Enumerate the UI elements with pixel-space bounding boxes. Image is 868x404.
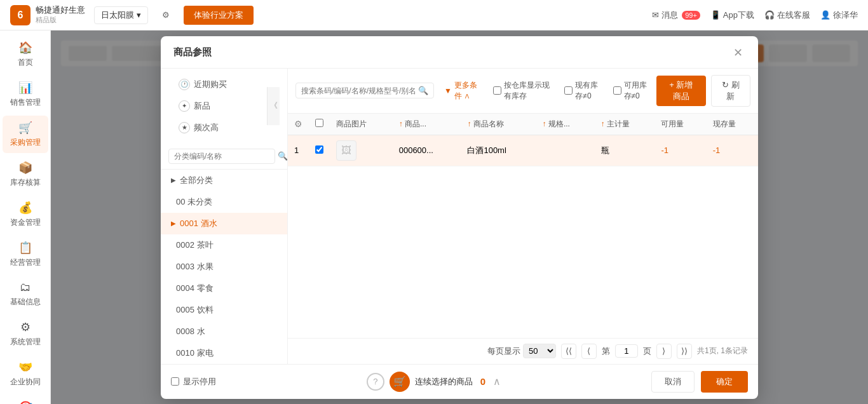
message-item[interactable]: ✉ 消息 99+ <box>652 10 700 21</box>
app-download-item[interactable]: 📱 App下载 <box>710 10 754 21</box>
modal-title: 商品参照 <box>173 46 212 58</box>
sort-up-icon: ↑ <box>399 119 403 128</box>
refresh-button[interactable]: ↻ 刷新 <box>711 75 750 107</box>
sidebar-item-collab[interactable]: 🤝 企业协同 <box>3 355 48 393</box>
cell-name: 白酒100ml <box>461 135 536 166</box>
th-unit[interactable]: ↑ 主计量 <box>595 114 655 135</box>
online-service-label: 在线客服 <box>777 10 810 21</box>
product-search-box: 🔍 <box>295 83 434 98</box>
page-size-label: 每页显示 <box>487 346 520 357</box>
th-code[interactable]: ↑ 商品... <box>393 114 461 135</box>
system-icon: ⚙ <box>20 320 31 334</box>
left-nav-new[interactable]: ✦ 新品 <box>168 95 262 117</box>
modal-right-panel: 🔍 ▼ 更多条件 ∧ 按仓库显示现有库存 <box>288 69 758 364</box>
sidebar-item-inventory[interactable]: 📦 库存核算 <box>3 156 48 193</box>
collapse-footer-icon[interactable]: ∧ <box>493 375 501 387</box>
category-beverage[interactable]: 0005 饮料 <box>161 299 287 321</box>
brand-name: 畅捷通好生意 <box>36 5 85 16</box>
filter-label: 更多条件 ∧ <box>454 80 483 102</box>
category-liquor[interactable]: ▶ 0001 酒水 <box>161 213 287 234</box>
sidebar-item-label-business: 经营管理 <box>10 257 41 268</box>
cancel-button[interactable]: 取消 <box>651 371 695 393</box>
sidebar-item-system[interactable]: ⚙ 系统管理 <box>3 315 48 353</box>
left-nav-recent[interactable]: 🕐 近期购买 <box>168 74 262 95</box>
column-settings-icon[interactable]: ⚙ <box>294 119 302 129</box>
search-icon[interactable]: 🔍 <box>278 151 288 161</box>
sidebar-item-home[interactable]: 🏠 首页 <box>3 36 48 73</box>
category-all[interactable]: ▶ 全部分类 <box>161 170 287 191</box>
checkbox-available-stock-input[interactable] <box>613 86 621 95</box>
app-download-label: App下载 <box>723 10 754 21</box>
online-service-item[interactable]: 🎧 在线客服 <box>764 10 810 21</box>
th-name[interactable]: ↑ 商品名称 <box>461 114 536 135</box>
store-name: 日太阳膜 <box>101 10 134 21</box>
purchase-icon: 🛒 <box>18 121 32 135</box>
sidebar-item-guide[interactable]: 🎯 新手引导 <box>3 395 48 404</box>
category-tea[interactable]: 0002 茶叶 <box>161 234 287 256</box>
cell-unit: 瓶 <box>595 135 655 166</box>
category-fruit[interactable]: 0003 水果 <box>161 256 287 278</box>
sidebar-item-label-basic: 基础信息 <box>10 297 41 307</box>
pagination: 每页显示 50 100 200 ⟨⟨ ⟨ 第 页 <box>288 338 758 364</box>
brand-sub: 精品版 <box>36 15 85 25</box>
first-page-button[interactable]: ⟨⟨ <box>561 344 576 359</box>
modal-footer: 显示停用 ? 🛒 连续选择的商品 0 ∧ 取消 确定 <box>161 364 758 399</box>
sidebar-item-label-system: 系统管理 <box>10 337 41 347</box>
user-item[interactable]: 👤 徐泽华 <box>820 10 858 21</box>
th-spec[interactable]: ↑ 规格... <box>536 114 595 135</box>
sidebar-item-label-inventory: 库存核算 <box>10 177 41 188</box>
filter-button[interactable]: ▼ 更多条件 ∧ <box>439 77 488 104</box>
search-submit-icon[interactable]: 🔍 <box>418 86 428 95</box>
product-table-wrap: ⚙ 商品图片 <box>288 114 758 338</box>
checkbox-by-warehouse-input[interactable] <box>493 86 501 95</box>
left-nav-frequent[interactable]: ★ 频次高 <box>168 117 262 138</box>
store-selector[interactable]: 日太阳膜 ▾ <box>94 6 148 24</box>
select-all-checkbox[interactable] <box>315 119 323 127</box>
category-list: ▶ 全部分类 00 未分类 ▶ 0001 酒水 0002 茶 <box>161 170 287 364</box>
confirm-button[interactable]: 确定 <box>701 371 748 393</box>
sidebar-item-purchase[interactable]: 🛒 采购管理 <box>3 116 48 153</box>
last-page-button[interactable]: ⟩⟩ <box>677 344 692 359</box>
row-checkbox[interactable] <box>315 145 323 154</box>
nav-right: ✉ 消息 99+ 📱 App下载 🎧 在线客服 👤 徐泽华 <box>652 10 858 21</box>
product-table-body: 1 🖼 <box>288 135 758 166</box>
checkbox-available-stock[interactable]: 可用库存≠0 <box>613 80 651 102</box>
filter-icon: ▼ <box>444 86 452 95</box>
table-header-row: ⚙ 商品图片 <box>288 114 758 135</box>
next-page-button[interactable]: ⟩ <box>656 344 672 359</box>
recent-icon: 🕐 <box>179 79 190 90</box>
guide-icon: 🎯 <box>18 400 32 404</box>
modal-left-panel: 🕐 近期购买 ✦ 新品 ★ 频次高 <box>161 69 288 364</box>
continuous-select-label: 连续选择的商品 <box>415 376 473 387</box>
checkbox-by-warehouse[interactable]: 按仓库显示现有库存 <box>493 80 554 102</box>
cell-num: 1 <box>288 135 309 166</box>
settings-nav-icon[interactable]: ⚙ <box>156 5 176 25</box>
checkbox-existing-stock[interactable]: 现有库存≠0 <box>564 80 602 102</box>
prev-page-button[interactable]: ⟨ <box>581 344 597 359</box>
basic-icon: 🗂 <box>20 281 31 294</box>
product-search-input[interactable] <box>301 86 416 95</box>
page-size-select[interactable]: 50 100 200 <box>523 344 556 358</box>
category-snack[interactable]: 0004 零食 <box>161 278 287 299</box>
help-button[interactable]: ? <box>367 373 384 391</box>
display-disabled-label: 显示停用 <box>183 376 216 387</box>
category-search-input[interactable] <box>168 149 275 164</box>
sidebar-item-business[interactable]: 📋 经营管理 <box>3 236 48 273</box>
sidebar-item-basic[interactable]: 🗂 基础信息 <box>3 276 48 313</box>
sidebar-item-sales[interactable]: 📊 销售管理 <box>3 76 48 113</box>
category-appliance[interactable]: 0010 家电 <box>161 342 287 364</box>
sidebar-item-finance[interactable]: 💰 资金管理 <box>3 196 48 233</box>
sidebar-item-label-purchase: 采购管理 <box>10 137 41 148</box>
display-disabled-input[interactable] <box>171 377 179 386</box>
trial-btn[interactable]: 体验行业方案 <box>184 6 254 25</box>
page-number-input[interactable] <box>615 344 638 358</box>
finance-icon: 💰 <box>18 201 32 215</box>
cart-button[interactable]: 🛒 <box>390 372 410 392</box>
modal-close-button[interactable]: ✕ <box>730 45 745 60</box>
add-product-button[interactable]: + 新增商品 <box>656 76 706 106</box>
checkbox-existing-stock-input[interactable] <box>564 86 573 95</box>
category-unclassified[interactable]: 00 未分类 <box>161 191 287 213</box>
table-row[interactable]: 1 🖼 <box>288 135 758 166</box>
left-collapse-button[interactable]: 《 <box>267 87 280 125</box>
category-water[interactable]: 0008 水 <box>161 321 287 342</box>
